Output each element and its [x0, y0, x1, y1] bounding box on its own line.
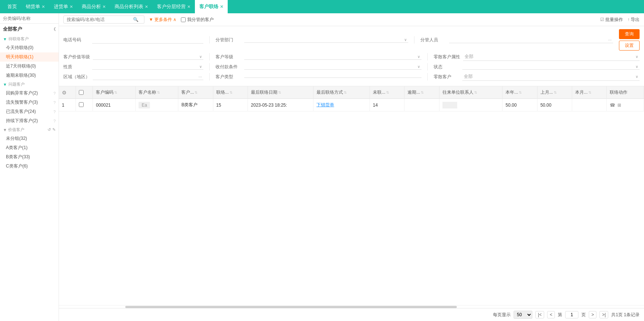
nav-goods-analysis-list[interactable]: 商品分析列表 ✕	[110, 0, 153, 13]
sort-icon-contact: ⇅	[230, 90, 232, 94]
nav-customer-contact[interactable]: 客户联络 ✕	[195, 0, 228, 13]
nav-sales[interactable]: 销货单 ✕	[21, 0, 49, 13]
per-page-select[interactable]: 50 20 100	[514, 311, 532, 319]
nav-customer-tier[interactable]: 客户分层经营 ✕	[153, 0, 195, 13]
sidebar-item-lost[interactable]: 已流失客户(24) ?	[0, 107, 59, 116]
col-last-method[interactable]: 最后联络方式 ⇅	[314, 86, 370, 99]
cell-this-year: 50.00	[503, 99, 537, 111]
sort-icon-unlocked: ⇅	[386, 90, 389, 94]
customer-value-select[interactable]: ∨	[93, 54, 203, 60]
sort-icon-unit-contact: ⇅	[474, 90, 477, 94]
sidebar-item-overdue[interactable]: 逾期未联络(30)	[0, 71, 59, 80]
customer-level-select[interactable]: ∨	[244, 54, 421, 60]
next-page-btn[interactable]: >	[589, 311, 596, 318]
refresh-value-icon[interactable]: ↺	[48, 127, 51, 132]
retail-attr-select[interactable]: 全部 ∨	[463, 53, 640, 61]
page-input[interactable]	[565, 311, 578, 318]
edit-value-icon[interactable]: ✎	[52, 127, 56, 132]
col-this-month-label: 本月...	[575, 89, 588, 96]
col-code[interactable]: 客户编码 ⇅	[93, 86, 136, 99]
sidebar-item-continuous-decline[interactable]: 持续下滑客户(2) ?	[0, 116, 59, 125]
sidebar-item-repeat-abnormal[interactable]: 回购异常客户(2) ?	[0, 89, 59, 98]
more-filters-btn[interactable]: ▼ 更多条件 ∧	[149, 17, 176, 23]
col-last-method-label: 最后联络方式	[316, 89, 343, 96]
search-execute-icon[interactable]: 🔍	[133, 17, 139, 22]
my-customer-check[interactable]: 我分管的客户	[181, 17, 214, 23]
branch-person-select[interactable]: ···	[449, 37, 613, 43]
export-btn[interactable]: ↑ 导出	[627, 17, 640, 23]
blurred-unit-contact	[442, 102, 457, 108]
sidebar-item-ungrouped[interactable]: 未分组(32)	[0, 134, 59, 143]
col-contact[interactable]: 联络... ⇅	[213, 86, 248, 99]
close-goods-analysis-icon[interactable]: ✕	[102, 4, 106, 9]
payment-select[interactable]: ∨	[244, 64, 421, 70]
scrollbar-thumb[interactable]	[125, 306, 457, 308]
first-page-btn[interactable]: |<	[535, 311, 544, 318]
col-overdue[interactable]: 逾期... ⇅	[405, 86, 439, 99]
customer-type-select[interactable]	[244, 76, 421, 78]
search-input-wrap: 🔍	[63, 15, 144, 24]
nav-purchase[interactable]: 进货单 ✕	[49, 0, 77, 13]
ungrouped-label: 未分组(32)	[6, 135, 56, 142]
sidebar-item-a-class[interactable]: A类客户(1)	[0, 143, 59, 152]
col-type[interactable]: 客户... ⇅	[178, 86, 213, 99]
col-name[interactable]: 客户名称 ⇅	[136, 86, 178, 99]
gender-select[interactable]: ∨	[92, 64, 203, 70]
close-customer-contact-icon[interactable]: ✕	[220, 4, 223, 9]
sidebar-item-b-class[interactable]: B类客户(33)	[0, 152, 59, 162]
nav-home[interactable]: 首页	[3, 0, 21, 13]
batch-operation-btn[interactable]: ☑ 批量操作	[600, 17, 623, 23]
nav-goods-analysis[interactable]: 商品分析 ✕	[77, 0, 110, 13]
sidebar-search-input[interactable]	[3, 16, 58, 21]
sidebar-item-tomorrow[interactable]: 明天待联络(1)	[0, 52, 59, 62]
col-last-month[interactable]: 上月... ⇅	[537, 86, 572, 99]
close-purchase-icon[interactable]: ✕	[70, 4, 73, 9]
select-all-checkbox[interactable]	[79, 90, 84, 95]
status-select[interactable]: ∨	[462, 64, 640, 70]
search-bar: 🔍 ▼ 更多条件 ∧ 我分管的客户 ☑ 批量操作 ↑ 导出	[59, 13, 644, 26]
cell-contact: 15	[213, 99, 248, 111]
setting-button[interactable]: 设置	[619, 41, 640, 51]
value-customers-label: 价值客户	[8, 127, 24, 132]
col-last-date[interactable]: 最后联络日期 ⇅	[248, 86, 314, 99]
more-btn-1[interactable]: ···	[608, 38, 612, 42]
col-overdue-label: 逾期...	[407, 89, 420, 96]
col-unlocked[interactable]: 未联... ⇅	[370, 86, 405, 99]
sidebar-item-c-class[interactable]: C类客户(6)	[0, 162, 59, 171]
c-class-label: C类客户(6)	[6, 163, 56, 169]
horizontal-scrollbar[interactable]	[59, 305, 644, 308]
col-this-year[interactable]: 本年... ⇅	[503, 86, 537, 99]
gender-label: 性质	[63, 64, 89, 70]
close-sales-icon[interactable]: ✕	[42, 4, 45, 9]
search-input[interactable]	[67, 17, 133, 22]
action-more-icon[interactable]: ⊞	[617, 103, 621, 108]
table-settings-icon[interactable]: ⚙	[62, 90, 67, 96]
my-customer-checkbox[interactable]	[181, 17, 186, 22]
col-unit-contact[interactable]: 往来单位联系人 ⇅	[439, 86, 503, 99]
region-select[interactable]: ···	[93, 74, 203, 80]
last-method-link[interactable]: 下销货单	[316, 102, 334, 107]
close-goods-analysis-list-icon[interactable]: ✕	[145, 4, 148, 9]
sort-icon-last-date: ⇅	[278, 90, 281, 94]
col-no: ⚙	[59, 86, 76, 99]
triangle-icon: ▼	[3, 37, 7, 41]
all-customers-header[interactable]: 全部客户 《	[0, 24, 59, 35]
col-last-month-label: 上月...	[540, 89, 553, 96]
repeat-abnormal-label: 回购异常客户(2)	[6, 90, 53, 96]
query-button[interactable]: 查询	[619, 29, 640, 39]
more-btn-2[interactable]: ···	[199, 75, 202, 79]
last-page-btn[interactable]: >|	[599, 311, 608, 318]
row-checkbox[interactable]	[79, 102, 84, 107]
retail-attr-label: 零散客户属性	[434, 54, 460, 60]
sidebar-item-seven-days[interactable]: 近7天待联络(0)	[0, 62, 59, 71]
col-this-month[interactable]: 本月... ⇅	[572, 86, 607, 99]
sidebar-item-today[interactable]: 今天待联络(0)	[0, 43, 59, 52]
branch-dept-select[interactable]: ∨	[244, 37, 408, 43]
cell-overdue	[405, 99, 439, 111]
phone-input[interactable]	[92, 37, 203, 44]
sidebar-item-lost-risk[interactable]: 流失预警客户(3) ?	[0, 98, 59, 107]
prev-page-btn[interactable]: <	[547, 311, 555, 318]
action-call-icon[interactable]: ☎	[610, 103, 615, 108]
retail-customer-select[interactable]: 全部 ∨	[462, 73, 640, 81]
close-customer-tier-icon[interactable]: ✕	[187, 4, 190, 9]
